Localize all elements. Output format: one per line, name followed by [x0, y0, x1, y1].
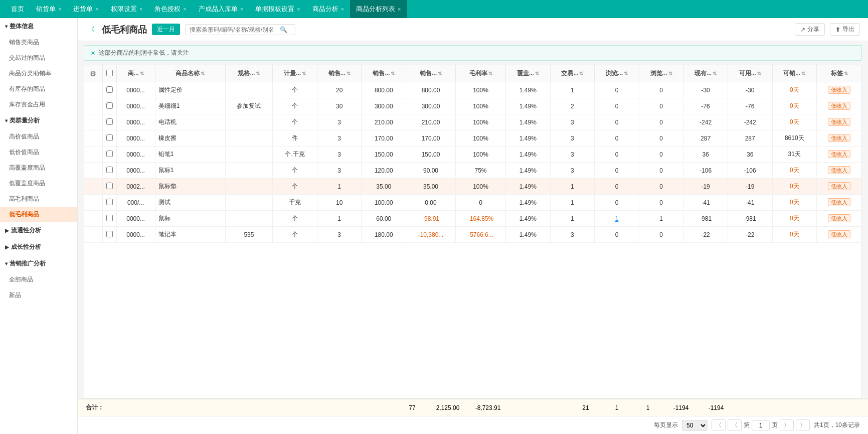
share-button[interactable]: ↗ 分享 — [795, 23, 825, 36]
sidebar-item-low-profit[interactable]: 低毛利商品 — [0, 207, 77, 222]
pagination-page-input[interactable] — [752, 420, 770, 430]
row-view1[interactable]: 0 — [595, 98, 639, 114]
row-checkbox-input[interactable] — [106, 118, 113, 125]
sidebar-item-inventory-capital[interactable]: 库存资金占用 — [0, 97, 77, 112]
nav-home[interactable]: 首页 — [5, 0, 30, 18]
export-button[interactable]: ⬆ 导出 — [830, 23, 860, 36]
row-view1[interactable]: 0 — [595, 130, 639, 147]
row-view1[interactable]: 0 — [595, 227, 639, 243]
row-checkbox-input[interactable] — [106, 231, 113, 237]
search-input[interactable] — [190, 26, 280, 33]
nav-sales-order[interactable]: 销货单 × — [30, 0, 67, 18]
nav-product-analysis-list-close[interactable]: × — [398, 6, 401, 12]
row-view1[interactable]: 0 — [595, 82, 639, 98]
row-checkbox-input[interactable] — [106, 199, 113, 205]
row-view1[interactable]: 0 — [595, 195, 639, 211]
col-unit[interactable]: 计量...⇅ — [273, 65, 317, 82]
sidebar-group-cluster[interactable]: ▾ 类群量分析 — [0, 112, 77, 129]
col-tag[interactable]: 标签⇅ — [817, 65, 861, 82]
nav-role-auth-close[interactable]: × — [183, 6, 186, 12]
select-all-checkbox[interactable] — [106, 70, 113, 76]
pagination-next[interactable]: 〉 — [780, 419, 794, 431]
row-view1[interactable]: 0 — [595, 147, 639, 163]
nav-product-storage[interactable]: 产成品入库单 × — [193, 0, 249, 18]
collapse-sidebar-button[interactable]: 《 — [86, 25, 97, 34]
row-checkbox[interactable] — [102, 82, 116, 98]
row-checkbox-input[interactable] — [106, 86, 113, 93]
nav-template-settings[interactable]: 单据模板设置 × — [249, 0, 306, 18]
col-trade[interactable]: 交易...⇅ — [550, 65, 595, 82]
col-view2[interactable]: 浏览...⇅ — [639, 65, 683, 82]
row-view1[interactable]: 0 — [595, 179, 639, 195]
sidebar-item-sales-products[interactable]: 销售类商品 — [0, 35, 77, 50]
row-checkbox[interactable] — [102, 163, 116, 179]
row-checkbox[interactable] — [102, 114, 116, 130]
row-checkbox[interactable] — [102, 98, 116, 114]
sidebar-item-high-value[interactable]: 高价值商品 — [0, 129, 77, 144]
row-checkbox-input[interactable] — [106, 151, 113, 157]
col-code[interactable]: 商...⇅ — [116, 65, 155, 82]
col-spec[interactable]: 规格...⇅ — [225, 65, 273, 82]
pagination-prev[interactable]: 〈 — [728, 419, 742, 431]
sidebar-item-low-coverage[interactable]: 低覆盖度商品 — [0, 176, 77, 191]
sidebar-item-category-sales-rate[interactable]: 商品分类助销率 — [0, 66, 77, 81]
nav-product-analysis-close[interactable]: × — [341, 6, 344, 12]
sidebar-item-inventory-products[interactable]: 有库存的商品 — [0, 81, 77, 97]
sidebar-item-new-products[interactable]: 新品 — [0, 287, 77, 303]
nav-template-settings-close[interactable]: × — [297, 6, 300, 12]
row-checkbox[interactable] — [102, 195, 116, 211]
time-filter-button[interactable]: 近一月 — [152, 24, 180, 35]
col-saleable[interactable]: 可销...⇅ — [772, 65, 817, 82]
row-sales-amount: 170.00 — [406, 130, 456, 147]
nav-product-analysis-list[interactable]: 商品分析列表 × — [350, 0, 407, 18]
sidebar-group-liquidity[interactable]: ▶ 流通性分析 — [0, 222, 77, 239]
row-checkbox[interactable] — [102, 147, 116, 163]
row-view1[interactable]: 0 — [595, 114, 639, 130]
row-view1[interactable]: 1 — [595, 211, 639, 227]
col-available[interactable]: 可用...⇅ — [728, 65, 772, 82]
col-view1[interactable]: 浏览...⇅ — [595, 65, 639, 82]
col-settings[interactable]: ⚙ — [84, 65, 102, 82]
nav-permissions[interactable]: 权限设置 × — [105, 0, 148, 18]
sidebar-item-all-products[interactable]: 全部商品 — [0, 272, 77, 287]
row-checkbox[interactable] — [102, 130, 116, 147]
row-tag: 低收入 — [817, 227, 861, 243]
row-spec — [225, 147, 273, 163]
row-trade: 3 — [550, 163, 595, 179]
sidebar-item-low-value[interactable]: 低价值商品 — [0, 144, 77, 160]
nav-permissions-close[interactable]: × — [139, 6, 142, 12]
row-checkbox-input[interactable] — [106, 215, 113, 221]
sidebar-group-growth[interactable]: ▶ 成长性分析 — [0, 239, 77, 255]
row-view1[interactable]: 0 — [595, 163, 639, 179]
search-icon[interactable]: 🔍 — [280, 26, 287, 33]
sidebar-group-marketing[interactable]: ▾ 营销推广分析 — [0, 255, 77, 272]
pagination-last[interactable]: 〉 — [796, 419, 810, 431]
nav-product-analysis[interactable]: 商品分析 × — [306, 0, 350, 18]
row-checkbox[interactable] — [102, 227, 116, 243]
pagination-first[interactable]: 〈 — [712, 419, 726, 431]
per-page-select[interactable]: 50 100 200 — [682, 420, 708, 431]
row-checkbox[interactable] — [102, 179, 116, 195]
col-current[interactable]: 现有...⇅ — [683, 65, 728, 82]
col-sales-amount[interactable]: 销售...⇅ — [406, 65, 456, 82]
col-gross-rate[interactable]: 毛利率⇅ — [456, 65, 506, 82]
col-name[interactable]: 商品名称⇅ — [155, 65, 225, 82]
nav-role-auth[interactable]: 角色授权 × — [148, 0, 192, 18]
row-checkbox[interactable] — [102, 211, 116, 227]
row-checkbox-input[interactable] — [106, 134, 113, 141]
nav-purchase-order[interactable]: 进货单 × — [67, 0, 104, 18]
row-checkbox-input[interactable] — [106, 102, 113, 109]
row-checkbox-input[interactable] — [106, 167, 113, 173]
col-sales-price[interactable]: 销售...⇅ — [362, 65, 406, 82]
sidebar-item-high-profit[interactable]: 高毛利商品 — [0, 191, 77, 207]
sidebar-item-high-coverage[interactable]: 高覆盖度商品 — [0, 160, 77, 176]
sidebar-group-overall[interactable]: ▾ 整体信息 — [0, 18, 77, 35]
nav-purchase-order-close[interactable]: × — [95, 6, 98, 12]
col-checkbox-all[interactable] — [102, 65, 116, 82]
col-cover-rate[interactable]: 覆盖...⇅ — [506, 65, 551, 82]
col-sales-qty[interactable]: 销售...⇅ — [317, 65, 362, 82]
nav-sales-order-close[interactable]: × — [58, 6, 61, 12]
row-checkbox-input[interactable] — [106, 183, 113, 189]
sidebar-item-traded-products[interactable]: 交易过的商品 — [0, 50, 77, 66]
nav-product-storage-close[interactable]: × — [240, 6, 243, 12]
